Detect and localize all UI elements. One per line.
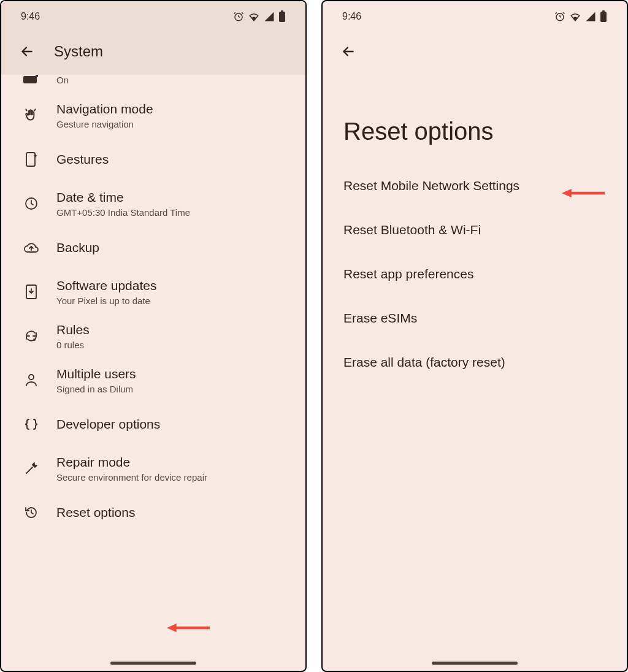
list-item-title: Backup [56, 240, 99, 255]
battery-icon [278, 10, 286, 23]
svg-rect-12 [600, 12, 607, 22]
list-item-title: Date & time [56, 190, 190, 205]
header: System [1, 32, 305, 75]
list-item-navigation-mode[interactable]: Navigation mode Gesture navigation [1, 93, 305, 137]
header [323, 32, 627, 75]
list-item-title: Rules [56, 323, 90, 337]
cell-signal-icon [585, 11, 596, 22]
option-label: Reset Bluetooth & Wi-Fi [343, 223, 481, 237]
list-item-sub: On [56, 75, 69, 85]
option-label: Reset app preferences [343, 267, 473, 281]
status-time: 9:46 [21, 11, 40, 22]
list-item-software-updates[interactable]: Software updates Your Pixel is up to dat… [1, 270, 305, 314]
svg-rect-1 [279, 12, 285, 22]
phone-sparkle-icon [23, 151, 39, 167]
list-item-gestures[interactable]: Gestures [1, 137, 305, 181]
wifi-icon [248, 11, 260, 22]
phone-left: 9:46 System On Navigation mode [0, 0, 307, 672]
list-item-date-time[interactable]: Date & time GMT+05:30 India Standard Tim… [1, 181, 305, 226]
option-label: Erase all data (factory reset) [343, 355, 505, 370]
svg-point-7 [33, 338, 36, 341]
list-item-sub: GMT+05:30 India Standard Time [56, 207, 190, 218]
nav-handle[interactable] [110, 662, 196, 665]
list-item-rules[interactable]: Rules 0 rules [1, 314, 305, 358]
status-icons [233, 10, 286, 23]
page-title: Reset options [323, 75, 627, 164]
option-reset-bluetooth-wifi[interactable]: Reset Bluetooth & Wi-Fi [323, 208, 627, 252]
arrow-back-icon [19, 44, 35, 59]
hand-gesture-icon [23, 107, 39, 123]
alarm-icon [554, 11, 565, 22]
status-bar: 9:46 [1, 1, 305, 32]
page-title: System [54, 43, 103, 60]
sync-gear-icon [23, 328, 39, 344]
cell-signal-icon [264, 11, 275, 22]
list-item-title: Multiple users [56, 367, 136, 381]
phone-download-icon [23, 284, 39, 300]
svg-rect-2 [281, 10, 283, 12]
list-item-developer-options[interactable]: Developer options [1, 402, 305, 446]
cloud-upload-icon [23, 240, 39, 256]
reset-options-list: Reset Mobile Network Settings Reset Blue… [323, 164, 627, 671]
list-item-backup[interactable]: Backup [1, 226, 305, 270]
battery-icon [600, 10, 607, 23]
list-item-multiple-users[interactable]: Multiple users Signed in as Dilum [1, 358, 305, 402]
option-erase-all-data[interactable]: Erase all data (factory reset) [323, 340, 627, 384]
status-bar: 9:46 [323, 1, 627, 32]
option-label: Reset Mobile Network Settings [343, 178, 519, 193]
list-item-sub: 0 rules [56, 340, 90, 350]
svg-rect-3 [23, 76, 37, 83]
list-item-sub: Secure environment for device repair [56, 472, 207, 483]
option-label: Erase eSIMs [343, 311, 417, 326]
history-icon [23, 505, 39, 521]
list-item-title: Software updates [56, 278, 156, 293]
touchpad-icon [23, 75, 39, 87]
status-icons [554, 10, 607, 23]
svg-point-8 [29, 375, 34, 380]
alarm-icon [233, 11, 244, 22]
braces-icon [23, 416, 39, 432]
nav-handle[interactable] [432, 662, 518, 665]
list-item-sub: Your Pixel is up to date [56, 296, 156, 306]
list-item-title: Developer options [56, 417, 160, 432]
arrow-back-icon [340, 44, 356, 59]
tools-icon [23, 460, 39, 476]
list-item-sub: Gesture navigation [56, 119, 153, 129]
clock-icon [23, 196, 39, 212]
option-reset-app-preferences[interactable]: Reset app preferences [323, 252, 627, 296]
list-item-title: Gestures [56, 152, 109, 167]
option-erase-esims[interactable]: Erase eSIMs [323, 296, 627, 340]
list-item-title: Repair mode [56, 455, 207, 470]
list-item-sub: Signed in as Dilum [56, 384, 136, 394]
svg-rect-13 [602, 10, 605, 12]
user-icon [23, 372, 39, 388]
list-item-title: Navigation mode [56, 102, 153, 116]
svg-rect-4 [26, 153, 35, 166]
list-item-repair-mode[interactable]: Repair mode Secure environment for devic… [1, 446, 305, 491]
status-time: 9:46 [342, 11, 361, 22]
back-button[interactable] [18, 43, 36, 60]
list-item-partial[interactable]: On [1, 75, 305, 93]
phone-right: 9:46 Reset options Reset Mobile Network … [321, 0, 628, 672]
settings-list[interactable]: On Navigation mode Gesture navigation Ge… [1, 75, 305, 671]
list-item-title: Reset options [56, 505, 135, 520]
wifi-icon [569, 11, 581, 22]
option-reset-mobile-network[interactable]: Reset Mobile Network Settings [323, 164, 627, 208]
list-item-reset-options[interactable]: Reset options [1, 491, 305, 535]
back-button[interactable] [340, 43, 357, 60]
